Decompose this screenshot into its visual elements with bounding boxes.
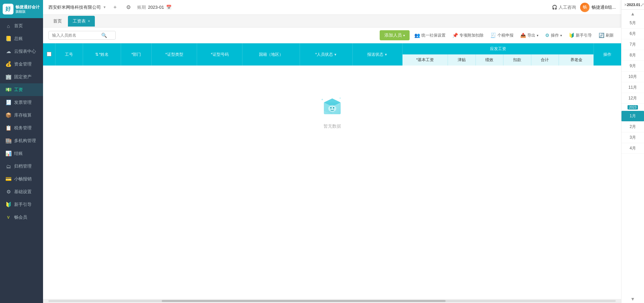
sidebar-item-member[interactable]: V 畅会员 <box>0 211 43 224</box>
tab-home-label: 首页 <box>53 18 62 24</box>
sidebar-item-guide[interactable]: 🔰 新手引导 <box>0 198 43 211</box>
table-container: 工号 ⇅ *姓名 *部门 *证型类型 *证型号码 国籍（地区） <box>43 43 621 299</box>
sidebar-item-invoice[interactable]: 🧾 发票管理 <box>0 96 43 109</box>
tabbar: 首页 工资表 × <box>43 15 621 28</box>
th-report-status: 报送状态 ▼ <box>352 43 402 66</box>
topbar: 西安虾米网络科技有限公司 ▼ ＋ ⚙ 账期 2023-01 📅 🎧 人工咨询 畅… <box>43 0 621 15</box>
sidebar-item-label: 发票管理 <box>14 99 32 105</box>
empty-message: 暂无数据 <box>324 123 341 129</box>
scrollbar-track[interactable] <box>48 300 616 302</box>
sidebar-item-label: 固定资产 <box>14 74 32 80</box>
sidebar-logo: 好 畅捷通好会计 旗舰版 <box>0 0 43 18</box>
guide-label: 新手引导 <box>576 33 592 38</box>
export-button[interactable]: 📤 导出 ▾ <box>518 31 540 40</box>
sidebar-item-tax[interactable]: 📋 税务管理 <box>0 122 43 134</box>
content-area: 🔍 添加人员 ▾ 👥 统一社保设置 📌 专项附加扣除 🧾 个税申报 <box>43 28 621 303</box>
th-dept: *部门 <box>121 43 152 66</box>
sidebar-item-home[interactable]: ⌂ 首页 <box>0 19 43 32</box>
operations-icon: ⚙ <box>545 33 550 38</box>
report-filter-icon: ▼ <box>384 53 387 56</box>
member-icon: V <box>5 215 11 219</box>
salary-table: 工号 ⇅ *姓名 *部门 *证型类型 *证型号码 国籍（地区） <box>43 43 621 66</box>
tab-close-button[interactable]: × <box>88 19 90 24</box>
month-item-2023-01[interactable]: 1月 <box>621 111 644 122</box>
sidebar-item-label: 工资 <box>14 87 23 93</box>
select-all-checkbox[interactable] <box>47 52 51 56</box>
special-deduction-label: 专项附加扣除 <box>459 33 484 38</box>
th-country: 国籍（地区） <box>242 43 300 66</box>
sidebar-item-ledger[interactable]: 📒 总账 <box>0 32 43 45</box>
archive-icon: 🗂 <box>5 164 11 169</box>
sidebar-item-salary[interactable]: 💵 工资 <box>0 83 43 96</box>
special-deduction-button[interactable]: 📌 专项附加扣除 <box>450 31 486 40</box>
sidebar-item-label: 资金管理 <box>14 61 32 67</box>
tab-salary-table[interactable]: 工资表 × <box>68 16 95 27</box>
name-sort[interactable]: ⇅ *姓名 <box>95 52 109 57</box>
personal-tax-button[interactable]: 🧾 个税申报 <box>488 31 516 40</box>
topbar-right: 🎧 人工咨询 畅 畅捷通B组... <box>552 3 616 12</box>
refresh-button[interactable]: 🔄 刷新 <box>597 31 616 40</box>
sidebar-item-fixed-assets[interactable]: 🏢 固定资产 <box>0 71 43 83</box>
scroll-down-button[interactable]: ▼ <box>621 295 644 303</box>
support-button[interactable]: 🎧 人工咨询 <box>552 4 576 10</box>
status-filter[interactable]: *人员状态 ▼ <box>315 52 337 57</box>
month-item-2022-07[interactable]: 7月 <box>621 39 644 50</box>
search-input[interactable] <box>52 33 99 38</box>
th-id-no: *证型号码 <box>197 43 242 66</box>
sidebar-item-archive[interactable]: 🗂 归档管理 <box>0 160 43 173</box>
user-name: 畅捷通B组... <box>592 4 616 10</box>
social-security-button[interactable]: 👥 统一社保设置 <box>412 31 448 40</box>
chevron-down-icon: ▼ <box>103 5 106 9</box>
add-person-button[interactable]: 添加人员 ▾ <box>380 30 410 40</box>
headset-icon: 🎧 <box>552 5 557 10</box>
month-item-2023-04[interactable]: 4月 <box>621 143 644 154</box>
month-item-2022-11[interactable]: 11月 <box>621 82 644 93</box>
tab-home[interactable]: 首页 <box>48 16 67 27</box>
sort-icon: ⇅ <box>95 52 99 57</box>
calendar-icon[interactable]: 📅 <box>166 5 172 10</box>
scrollbar-area <box>43 299 621 303</box>
personal-tax-label: 个税申报 <box>497 33 514 38</box>
inventory-icon: 📦 <box>5 112 11 118</box>
report-filter[interactable]: 报送状态 ▼ <box>367 52 387 57</box>
sidebar: 好 畅捷通好会计 旗舰版 ⌂ 首页 📒 总账 ☁ 云报表中心 💰 资金管理 🏢 … <box>0 0 43 303</box>
company-name: 西安虾米网络科技有限公司 <box>48 4 101 10</box>
month-item-2022-09[interactable]: 9月 <box>621 61 644 72</box>
period-label: 账期 <box>137 4 146 10</box>
multi-org-icon: 🏬 <box>5 138 11 144</box>
sidebar-item-label: 库存核算 <box>14 112 32 118</box>
th-emp-id: 工号 <box>55 43 83 66</box>
month-item-2022-05[interactable]: 5月 <box>621 18 644 29</box>
month-item-2022-06[interactable]: 6月 <box>621 29 644 39</box>
main-area: 西安虾米网络科技有限公司 ▼ ＋ ⚙ 账期 2023-01 📅 🎧 人工咨询 畅… <box>43 0 621 303</box>
sidebar-item-expense[interactable]: 💳 小畅报销 <box>0 173 43 185</box>
user-info[interactable]: 畅 畅捷通B组... <box>580 3 616 12</box>
month-item-2022-12[interactable]: 12月 <box>621 93 644 104</box>
expand-panel-button[interactable]: ⤢ <box>640 2 644 7</box>
scroll-up-button[interactable]: ▲ <box>621 10 644 18</box>
sidebar-item-cloud-report[interactable]: ☁ 云报表中心 <box>0 45 43 58</box>
th-status: *人员状态 ▼ <box>300 43 352 66</box>
sidebar-item-multi-org[interactable]: 🏬 多机构管理 <box>0 134 43 147</box>
add-company-button[interactable]: ＋ <box>110 3 120 12</box>
svg-point-5 <box>333 107 334 109</box>
month-item-2022-08[interactable]: 8月 <box>621 50 644 61</box>
sidebar-item-label: 小畅报销 <box>14 176 32 182</box>
svg-text:•: • <box>338 103 339 105</box>
guide-button[interactable]: 🔰 新手引导 <box>567 31 594 40</box>
sidebar-item-fund[interactable]: 💰 资金管理 <box>0 58 43 71</box>
svg-text:✦: ✦ <box>321 98 324 101</box>
operations-button[interactable]: ⚙ 操作 ▾ <box>543 31 564 40</box>
company-selector[interactable]: 西安虾米网络科技有限公司 ▼ <box>48 4 106 10</box>
month-item-2023-03[interactable]: 3月 <box>621 132 644 143</box>
settings-icon: ⚙ <box>5 189 11 195</box>
month-item-2022-10[interactable]: 10月 <box>621 72 644 82</box>
month-list: 5月 6月 7月 8月 9月 10月 11月 12月 2023 1月 <box>621 18 644 295</box>
settings-company-button[interactable]: ⚙ <box>124 3 133 12</box>
sidebar-item-settings[interactable]: ⚙ 基础设置 <box>0 185 43 198</box>
guide-toolbar-icon: 🔰 <box>569 33 574 38</box>
close-panel-button[interactable]: × <box>624 2 627 7</box>
month-item-2023-02[interactable]: 2月 <box>621 122 644 132</box>
sidebar-item-inventory[interactable]: 📦 库存核算 <box>0 109 43 122</box>
sidebar-item-close[interactable]: 📊 结账 <box>0 147 43 160</box>
